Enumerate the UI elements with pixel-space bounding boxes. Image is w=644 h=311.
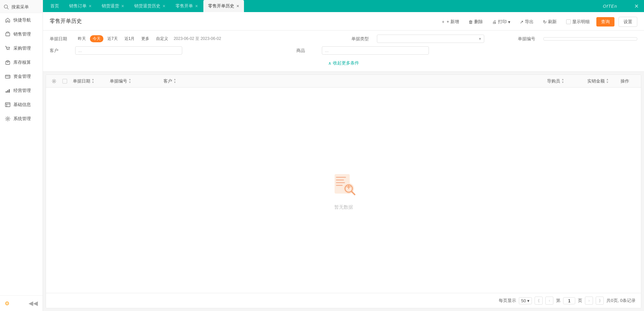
tab-retail-open-close[interactable]: ✕ bbox=[195, 4, 198, 8]
select-all-box[interactable] bbox=[62, 79, 67, 84]
search-icon bbox=[3, 4, 9, 10]
tab-retail-open-history[interactable]: 零售开单历史 ✕ bbox=[203, 0, 244, 12]
sidebar-item-quick-nav[interactable]: 快捷导航 bbox=[0, 13, 43, 27]
tab-retail-open-history-label: 零售开单历史 bbox=[208, 3, 234, 9]
tab-sales-return-label: 销货退货 bbox=[102, 3, 119, 9]
th-guide[interactable]: 导购员 ▲ ▼ bbox=[544, 78, 578, 84]
display-detail-button[interactable]: 显示明细 bbox=[563, 17, 592, 26]
th-client[interactable]: 客户 ▲ ▼ bbox=[161, 78, 544, 84]
svg-point-13 bbox=[53, 81, 55, 82]
tab-sales-order[interactable]: 销售订单 ✕ bbox=[64, 0, 96, 12]
sidebar-search-label: 搜索采单 bbox=[11, 4, 29, 10]
table-icon bbox=[5, 102, 11, 108]
display-detail-label: 显示明细 bbox=[572, 19, 590, 25]
tab-retail-open-history-close[interactable]: ✕ bbox=[236, 4, 239, 8]
svg-rect-11 bbox=[5, 103, 10, 107]
date-btn-custom[interactable]: 自定义 bbox=[153, 35, 171, 42]
th-amount[interactable]: 实销金额 ▲ ▼ bbox=[578, 78, 611, 84]
pagination: 每页显示 50 ▾ ⟪ ‹ 第 页 › ⟫ 共0页, 0条记录 bbox=[46, 293, 641, 308]
collapse-label: 收起更多条件 bbox=[333, 60, 359, 66]
doc-type-arrow: ▾ bbox=[479, 36, 481, 41]
settings-bottom-icon[interactable]: ⚙ bbox=[5, 300, 9, 307]
collapse-sidebar-icon[interactable]: ◀◀ bbox=[29, 300, 38, 307]
tab-sales-order-label: 销售订单 bbox=[69, 3, 87, 9]
sidebar-item-base-info[interactable]: 基础信息 bbox=[0, 98, 43, 112]
svg-point-3 bbox=[7, 49, 8, 50]
date-btn-today[interactable]: 今天 bbox=[90, 35, 103, 42]
tab-home[interactable]: 首页 bbox=[46, 0, 64, 12]
sidebar-item-finance[interactable]: 资金管理 bbox=[0, 69, 43, 84]
collapse-row: ∧ 收起更多条件 bbox=[50, 58, 637, 69]
add-icon: ＋ bbox=[441, 19, 445, 25]
box-icon bbox=[5, 59, 11, 65]
tab-sales-return-close[interactable]: ✕ bbox=[121, 4, 124, 8]
customer-input[interactable]: ... bbox=[75, 46, 182, 55]
export-button[interactable]: ↗ 导出 bbox=[517, 17, 536, 26]
goods-placeholder: ... bbox=[325, 48, 329, 53]
window-close-button[interactable]: ✕ bbox=[634, 3, 639, 9]
page-first-button[interactable]: ⟪ bbox=[535, 297, 543, 305]
tab-sales-return-history[interactable]: 销货退货历史 ✕ bbox=[130, 0, 170, 12]
content-area: 零售开单历史 ＋ + 新增 🗑 删除 🖨 打印 ▾ ↗ 导出 bbox=[43, 12, 644, 311]
page-last-button[interactable]: ⟫ bbox=[596, 297, 604, 305]
refresh-button[interactable]: ↻ 刷新 bbox=[540, 17, 559, 26]
th-number[interactable]: 单据编号 ▲ ▼ bbox=[107, 78, 161, 84]
date-range-display: 2023-06-02 至 2023-06-02 bbox=[174, 36, 221, 42]
refresh-label: 刷新 bbox=[548, 19, 557, 25]
sidebar-item-purchase-mgmt[interactable]: 采购管理 bbox=[0, 41, 43, 55]
svg-rect-6 bbox=[5, 75, 10, 78]
query-button[interactable]: 查询 bbox=[596, 17, 614, 27]
goods-input[interactable]: ... bbox=[322, 46, 429, 55]
page-prev-button[interactable]: ‹ bbox=[545, 297, 553, 305]
date-btn-more[interactable]: 更多 bbox=[139, 35, 152, 42]
th-client-sort: ▲ ▼ bbox=[174, 78, 176, 84]
goods-filter-label: 商品 bbox=[296, 48, 315, 54]
page-number-input[interactable] bbox=[563, 297, 575, 304]
th-guide-sort: ▲ ▼ bbox=[561, 78, 564, 84]
svg-line-21 bbox=[352, 192, 355, 195]
date-btn-7days[interactable]: 近7天 bbox=[105, 35, 120, 42]
tab-retail-open[interactable]: 零售开单 ✕ bbox=[171, 0, 203, 12]
th-action-label: 操作 bbox=[621, 78, 629, 84]
print-button[interactable]: 🖨 打印 ▾ bbox=[490, 17, 513, 26]
sidebar-label-sys-mgmt: 系统管理 bbox=[13, 116, 31, 122]
page-label-pre: 第 bbox=[556, 298, 560, 304]
sidebar-item-operation[interactable]: 经营管理 bbox=[0, 84, 43, 98]
display-detail-checkbox[interactable] bbox=[566, 19, 571, 24]
add-button[interactable]: ＋ + 新增 bbox=[438, 17, 462, 26]
filter-row-2: 客户 ... 商品 ... bbox=[50, 46, 637, 55]
delete-button[interactable]: 🗑 删除 bbox=[466, 17, 486, 26]
th-action: 操作 bbox=[611, 78, 638, 84]
tab-sales-return-history-label: 销货退货历史 bbox=[134, 3, 160, 9]
sidebar-label-operation: 经营管理 bbox=[13, 88, 31, 94]
svg-line-1 bbox=[7, 8, 9, 9]
doc-num-input[interactable] bbox=[543, 37, 637, 41]
sidebar-item-sys-mgmt[interactable]: 系统管理 bbox=[0, 112, 43, 126]
sidebar-item-sales-mgmt[interactable]: 销售管理 bbox=[0, 27, 43, 41]
svg-point-7 bbox=[9, 77, 9, 77]
page-size-select[interactable]: 50 ▾ bbox=[519, 297, 532, 304]
customer-filter-label: 客户 bbox=[50, 48, 68, 54]
svg-rect-5 bbox=[6, 61, 10, 64]
delete-icon: 🗑 bbox=[468, 19, 473, 24]
settings-button[interactable]: 设置 bbox=[618, 17, 637, 27]
tab-sales-return-history-close[interactable]: ✕ bbox=[162, 4, 165, 8]
svg-point-12 bbox=[7, 118, 9, 120]
page-next-button[interactable]: › bbox=[585, 297, 593, 305]
th-date[interactable]: 单据日期 ▲ ▼ bbox=[70, 78, 107, 84]
tab-sales-return[interactable]: 销货退货 ✕ bbox=[97, 0, 129, 12]
doc-type-select[interactable]: ▾ bbox=[377, 35, 484, 43]
tab-sales-order-close[interactable]: ✕ bbox=[89, 4, 92, 8]
date-btn-1month[interactable]: 近1月 bbox=[122, 35, 138, 42]
collapse-button[interactable]: ∧ 收起更多条件 bbox=[326, 59, 362, 67]
sidebar-item-inventory[interactable]: 库存核算 bbox=[0, 55, 43, 69]
empty-illustration bbox=[329, 170, 359, 200]
table-select-all-checkbox[interactable] bbox=[59, 79, 70, 84]
sidebar-search[interactable]: 搜索采单 bbox=[0, 0, 43, 13]
svg-rect-8 bbox=[6, 91, 7, 93]
top-nav-right: ✕ bbox=[634, 3, 641, 9]
table-settings-button[interactable] bbox=[49, 79, 59, 84]
date-btn-yesterday[interactable]: 昨天 bbox=[75, 35, 89, 42]
print-arrow: ▾ bbox=[508, 19, 510, 24]
settings-label: 设置 bbox=[624, 19, 632, 25]
